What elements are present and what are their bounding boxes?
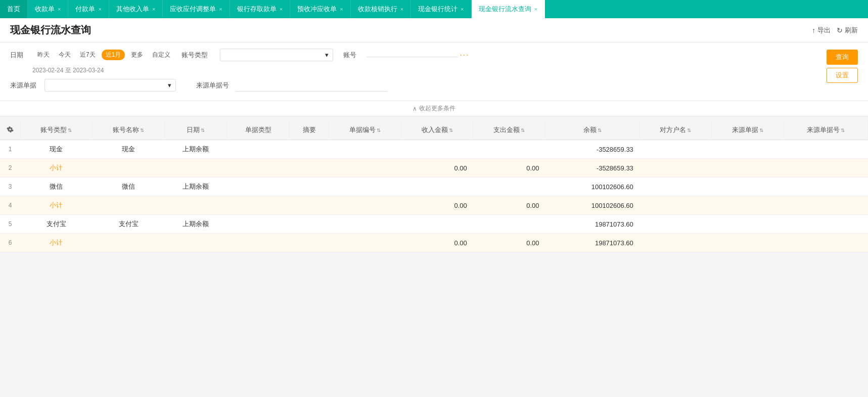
close-icon[interactable]: × [219, 6, 222, 12]
cell-source-doc [712, 159, 784, 178]
cell-date: 上期余额 [164, 140, 226, 159]
nav-tab-预收冲应收单[interactable]: 预收冲应收单× [290, 0, 350, 18]
cell-source-doc-num [784, 140, 867, 159]
close-icon[interactable]: × [400, 6, 403, 12]
export-icon: ↑ [812, 26, 815, 34]
account-type-select[interactable]: ▾ [220, 49, 333, 61]
source-doc-number-input[interactable] [236, 79, 387, 92]
query-button[interactable]: 查询 [827, 50, 858, 65]
cell-summary [290, 159, 329, 178]
col-account-type[interactable]: 账号类型⇅ [20, 120, 93, 140]
date-today[interactable]: 今天 [56, 50, 74, 60]
nav-tab-现金银行统计[interactable]: 现金银行统计× [411, 0, 471, 18]
table-row: 1现金现金上期余额-3528659.33 [0, 140, 868, 159]
cell-income: 0.00 [401, 159, 473, 178]
col-settings[interactable] [0, 120, 20, 140]
cell-date: 上期余额 [164, 178, 226, 196]
nav-home[interactable]: 首页 [0, 0, 28, 18]
nav-tab-银行存取款单[interactable]: 银行存取款单× [230, 0, 290, 18]
table-row: 3微信微信上期余额100102606.60 [0, 178, 868, 196]
cell-source-doc-num [784, 215, 867, 234]
filter-row-source: 来源单据 ▾ 来源单据号 [10, 79, 816, 92]
table-row: 4小计0.000.00100102606.60 [0, 196, 868, 215]
date-yesterday[interactable]: 昨天 [34, 50, 53, 60]
cell-counterpart [639, 159, 712, 178]
close-icon[interactable]: × [461, 6, 464, 12]
page-header: 现金银行流水查询 ↑ 导出 ↻ 刷新 [0, 18, 868, 42]
col-source-doc-num[interactable]: 来源单据号⇅ [784, 120, 867, 140]
close-icon[interactable]: × [280, 6, 283, 12]
col-doc-number[interactable]: 单据编号⇅ [329, 120, 401, 140]
action-buttons: 查询 设置 [827, 49, 858, 83]
nav-tab-其他收入单[interactable]: 其他收入单× [109, 0, 163, 18]
close-icon[interactable]: × [534, 6, 537, 12]
cell-expense [473, 215, 545, 234]
cell-expense: 0.00 [473, 159, 545, 178]
close-icon[interactable]: × [58, 6, 61, 12]
account-input[interactable] [367, 53, 458, 57]
refresh-icon: ↻ [837, 26, 843, 34]
cell-source-doc-num [784, 234, 867, 252]
nav-tab-付款单[interactable]: 付款单× [68, 0, 109, 18]
filter-row-date: 日期 昨天 今天 近7天 近1月 更多 自定义 账号类型 ▾ [10, 49, 816, 61]
table-row: 5支付宝支付宝上期余额19871073.60 [0, 215, 868, 234]
close-icon[interactable]: × [98, 6, 101, 12]
col-summary[interactable]: 摘要 [290, 120, 329, 140]
cell-account-type: 现金 [20, 140, 93, 159]
col-income[interactable]: 收入金额⇅ [401, 120, 473, 140]
date-more[interactable]: 更多 [128, 50, 146, 60]
col-expense[interactable]: 支出金额⇅ [473, 120, 545, 140]
table-header-row: 账号类型⇅ 账号名称⇅ 日期⇅ 单据类型 摘要 单据编号⇅ 收入金额⇅ 支出金额… [0, 120, 868, 140]
cell-account-name [93, 234, 165, 252]
nav-tab-应收应付调整单[interactable]: 应收应付调整单× [163, 0, 230, 18]
collapse-bar[interactable]: ∧ 收起更多条件 [0, 101, 868, 116]
cell-balance: 19871073.60 [545, 215, 639, 234]
cell-doc-number [329, 159, 401, 178]
col-date[interactable]: 日期⇅ [164, 120, 226, 140]
col-counterpart[interactable]: 对方户名⇅ [639, 120, 712, 140]
export-button[interactable]: ↑ 导出 [812, 26, 831, 35]
cell-date: 上期余额 [164, 215, 226, 234]
cell-doc-number [329, 215, 401, 234]
cell-balance: -3528659.33 [545, 159, 639, 178]
page-title: 现金银行流水查询 [10, 23, 91, 37]
cell-expense [473, 178, 545, 196]
top-navigation: 首页 收款单× 付款单× 其他收入单× 应收应付调整单× 银行存取款单× 预收冲… [0, 0, 868, 18]
settings-button[interactable]: 设置 [827, 68, 858, 83]
cell-account-name: 微信 [93, 178, 165, 196]
chevron-down-icon: ▾ [168, 81, 171, 89]
date-custom[interactable]: 自定义 [149, 50, 173, 60]
cell-doc-type [226, 140, 290, 159]
col-balance[interactable]: 余额⇅ [545, 120, 639, 140]
cell-account-type: 小计 [20, 159, 93, 178]
row-number: 5 [0, 215, 20, 234]
nav-tab-收款核销执行[interactable]: 收款核销执行× [351, 0, 411, 18]
row-number: 2 [0, 159, 20, 178]
date-options: 昨天 今天 近7天 近1月 更多 自定义 [34, 50, 173, 60]
cell-expense: 0.00 [473, 234, 545, 252]
nav-tab-现金银行流水查询[interactable]: 现金银行流水查询× [472, 0, 545, 18]
col-doc-type[interactable]: 单据类型 [226, 120, 290, 140]
col-account-name[interactable]: 账号名称⇅ [93, 120, 165, 140]
cell-account-name [93, 159, 165, 178]
nav-tab-收款单[interactable]: 收款单× [28, 0, 68, 18]
close-icon[interactable]: × [152, 6, 155, 12]
cell-source-doc [712, 234, 784, 252]
cell-source-doc [712, 140, 784, 159]
cell-summary [290, 215, 329, 234]
col-source-doc[interactable]: 来源单据⇅ [712, 120, 784, 140]
cell-counterpart [639, 140, 712, 159]
filter-area: 日期 昨天 今天 近7天 近1月 更多 自定义 账号类型 ▾ [0, 42, 868, 101]
source-doc-label: 来源单据 [10, 81, 40, 90]
account-type-label: 账号类型 [181, 51, 212, 60]
date-7days[interactable]: 近7天 [77, 50, 99, 60]
cell-balance: -3528659.33 [545, 140, 639, 159]
date-1month[interactable]: 近1月 [102, 50, 125, 60]
row-number: 1 [0, 140, 20, 159]
refresh-button[interactable]: ↻ 刷新 [837, 26, 858, 35]
account-more-button[interactable]: ··· [460, 51, 469, 60]
close-icon[interactable]: × [340, 6, 343, 12]
source-doc-select[interactable]: ▾ [44, 79, 176, 92]
collapse-up-icon: ∧ [413, 105, 417, 112]
cell-expense [473, 140, 545, 159]
